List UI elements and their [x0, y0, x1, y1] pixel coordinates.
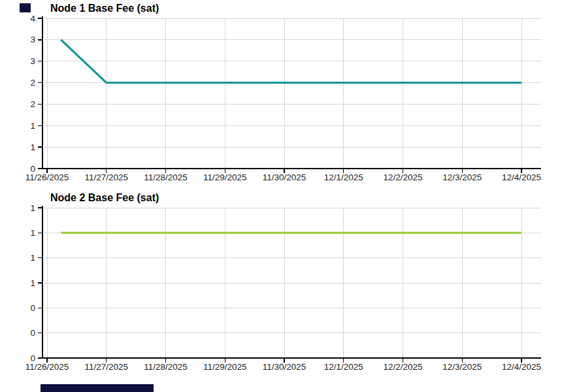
x-tick-label: 12/3/2025: [442, 362, 482, 372]
y-tick-label: 3: [30, 35, 35, 44]
y-tick-labels: 43322110: [30, 14, 35, 174]
y-tick-label: 3: [30, 56, 35, 66]
y-tick-label: 1: [30, 142, 35, 152]
node1-chart-plot: 4332211011/26/202511/27/202511/28/202511…: [0, 0, 562, 189]
node1-base-fee-chart: Node 1 Base Fee (sat) 4332211011/26/2025…: [0, 0, 562, 189]
y-tick-label: 0: [30, 328, 35, 338]
x-tick-label: 11/30/2025: [263, 172, 306, 182]
x-tick-label: 11/30/2025: [263, 362, 306, 372]
y-tick-label: 0: [30, 303, 35, 313]
axes: [42, 16, 541, 169]
node2-base-fee-chart: Node 2 Base Fee (sat) 111100011/26/20251…: [0, 189, 562, 392]
dark-overlay-bar-top-left: [20, 3, 31, 12]
x-tick-labels: 11/26/202511/27/202511/28/202511/29/2025…: [25, 172, 541, 182]
x-tick-label: 11/28/2025: [144, 172, 188, 182]
y-tick-label: 1: [30, 203, 35, 213]
x-tick-label: 12/4/2025: [502, 362, 541, 372]
y-tick-label: 1: [30, 228, 35, 238]
y-tick-label: 2: [30, 78, 35, 88]
y-tick-label: 1: [30, 253, 35, 263]
x-tick-label: 11/26/2025: [25, 172, 69, 182]
x-tick-label: 11/29/2025: [203, 362, 247, 372]
y-tick-label: 4: [30, 14, 35, 24]
node2-chart-plot: 111100011/26/202511/27/202511/28/202511/…: [0, 189, 562, 392]
x-tick-label: 12/2/2025: [383, 172, 422, 182]
x-tick-label: 12/2/2025: [383, 362, 422, 372]
x-tick-labels: 11/26/202511/27/202511/28/202511/29/2025…: [25, 362, 541, 372]
y-tick-label: 1: [30, 278, 35, 288]
x-tick-label: 12/3/2025: [442, 172, 482, 182]
y-tick-label: 1: [30, 121, 35, 131]
tick-marks: [38, 18, 521, 173]
x-tick-label: 12/4/2025: [502, 172, 541, 182]
x-tick-label: 12/1/2025: [324, 362, 363, 372]
x-tick-label: 11/27/2025: [84, 362, 128, 372]
x-tick-label: 11/26/2025: [25, 362, 69, 372]
x-tick-label: 11/28/2025: [144, 362, 188, 372]
y-tick-label: 2: [30, 99, 35, 109]
y-tick-labels: 1111000: [30, 203, 35, 363]
x-tick-label: 12/1/2025: [324, 172, 363, 182]
x-tick-label: 11/27/2025: [84, 172, 128, 182]
gridlines: [43, 18, 541, 169]
x-tick-label: 11/29/2025: [203, 172, 247, 182]
tick-marks: [38, 208, 521, 363]
axes: [42, 206, 541, 359]
gridlines: [43, 208, 541, 358]
dark-overlay-bar-bottom: [41, 384, 154, 392]
